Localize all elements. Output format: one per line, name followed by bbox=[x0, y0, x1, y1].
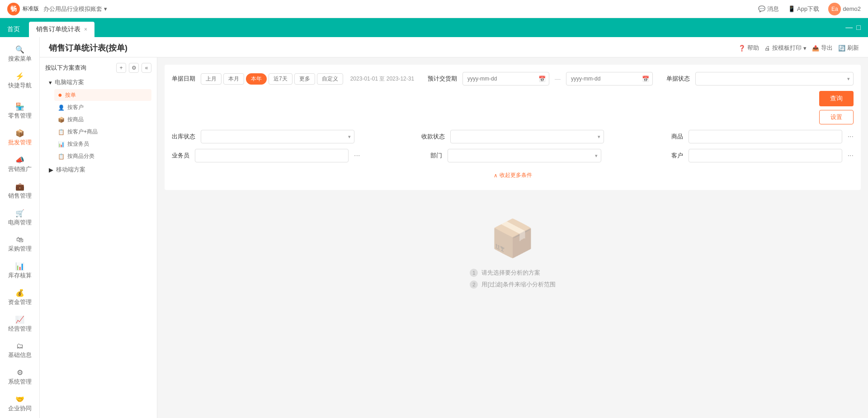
help-label: 帮助 bbox=[747, 44, 759, 52]
page-header: 销售订单统计表(按单) ❓ 帮助 🖨 按模板打印 ▾ 📤 导出 bbox=[40, 37, 868, 57]
date-btn-last-7[interactable]: 近7天 bbox=[269, 73, 292, 85]
empty-state: 📦 1 请先选择要分析的方案 2 用[过滤]条件来缩小分析范围 bbox=[165, 190, 861, 316]
dept-select[interactable] bbox=[448, 149, 601, 162]
sidebar-item-retail[interactable]: 🏪 零售管理 bbox=[0, 98, 39, 124]
query-button[interactable]: 查询 bbox=[819, 91, 854, 106]
app-download-btn[interactable]: 📱 App下载 bbox=[788, 5, 819, 13]
sidebar-item-ecom[interactable]: 🛒 电商管理 bbox=[0, 204, 39, 231]
by-goods-label: 按商品 bbox=[67, 116, 84, 124]
refresh-btn[interactable]: 🔄 刷新 bbox=[838, 44, 859, 52]
receipt-status-select[interactable] bbox=[450, 130, 604, 143]
ecom-icon: 🛒 bbox=[15, 209, 24, 218]
sales-dots[interactable]: ··· bbox=[354, 152, 360, 160]
date-to-wrap: 📅 bbox=[566, 72, 653, 86]
logo-area: 畅 标准版 bbox=[7, 3, 39, 15]
left-panel-collapse-btn[interactable]: « bbox=[142, 63, 151, 73]
sidebar-item-sys[interactable]: ⚙ 系统管理 bbox=[0, 364, 39, 390]
purchase-icon: 🛍 bbox=[16, 236, 24, 244]
left-panel-title: 按以下方案查询 bbox=[45, 64, 86, 72]
tree-item-by-salesman[interactable]: 📊 按业务员 bbox=[54, 138, 151, 150]
tip-text-1: 请先选择要分析的方案 bbox=[481, 269, 540, 277]
by-salesman-icon: 📊 bbox=[58, 141, 65, 147]
tab-label: 销售订单统计表 bbox=[36, 25, 80, 33]
customer-input[interactable] bbox=[689, 149, 842, 162]
message-icon: 💬 bbox=[758, 5, 765, 12]
right-panel: 单据日期 上月 本月 本年 近7天 更多 自定义 2023-01-01 至 20… bbox=[157, 57, 868, 418]
date-btn-more[interactable]: 更多 bbox=[294, 73, 315, 85]
tree-item-by-customer[interactable]: 👤 按客户 bbox=[54, 102, 151, 113]
company-selector[interactable]: 办公用品行业模拟账套 ▾ bbox=[43, 5, 107, 13]
inner-layout: 按以下方案查询 + ⚙ « ▾ 电脑端方案 ● 按单 bbox=[40, 57, 868, 418]
goods-input[interactable] bbox=[689, 130, 842, 143]
sales-input[interactable] bbox=[195, 149, 349, 162]
sidebar-item-basic[interactable]: 🗂 基础信息 bbox=[0, 337, 39, 364]
avatar: Ea bbox=[828, 3, 841, 15]
customer-dots[interactable]: ··· bbox=[848, 152, 854, 160]
top-bar: 畅 标准版 办公用品行业模拟账套 ▾ 💬 消息 📱 App下载 Ea demo2 bbox=[0, 0, 868, 18]
status-select[interactable] bbox=[695, 72, 854, 86]
tab-sales-order[interactable]: 销售订单统计表 × bbox=[29, 22, 94, 37]
tip-num-2: 2 bbox=[470, 280, 478, 289]
sidebar-label-search: 搜索菜单 bbox=[8, 55, 32, 63]
sidebar-label-marketing: 营销推广 bbox=[8, 165, 32, 173]
sidebar-item-wholesale[interactable]: 📦 批发管理 bbox=[0, 124, 39, 151]
date-from-input[interactable] bbox=[462, 72, 549, 86]
tab-close-icon[interactable]: × bbox=[84, 26, 87, 33]
left-panel-add-btn[interactable]: + bbox=[116, 63, 126, 73]
tip-num-1: 1 bbox=[470, 269, 478, 277]
sidebar-label-wholesale: 批发管理 bbox=[8, 138, 32, 147]
biz-icon: 📈 bbox=[15, 315, 24, 324]
sidebar-item-sales[interactable]: 💼 销售管理 bbox=[0, 178, 39, 204]
tab-bar-right: — □ bbox=[845, 24, 861, 32]
user-name: demo2 bbox=[843, 5, 861, 12]
by-cg-icon: 📋 bbox=[58, 129, 65, 135]
sidebar-item-inventory[interactable]: 📊 库存核算 bbox=[0, 257, 39, 284]
tree-item-by-order[interactable]: ● 按单 bbox=[54, 89, 151, 101]
tab-bar: 首页 销售订单统计表 × — □ bbox=[0, 18, 868, 37]
date-btn-this-month[interactable]: 本月 bbox=[223, 73, 244, 85]
window-minimize-icon[interactable]: — bbox=[845, 24, 853, 32]
tree-sub-desktop: ● 按单 👤 按客户 📦 按商品 📋 按客户+商品 bbox=[45, 89, 151, 162]
empty-tips: 1 请先选择要分析的方案 2 用[过滤]条件来缩小分析范围 bbox=[470, 269, 555, 289]
tab-home[interactable]: 首页 bbox=[0, 22, 27, 37]
window-maximize-icon[interactable]: □ bbox=[856, 24, 861, 32]
sidebar-item-marketing[interactable]: 📣 营销推广 bbox=[0, 151, 39, 178]
tree-item-by-goods[interactable]: 📦 按商品 bbox=[54, 114, 151, 125]
tree-item-by-category[interactable]: 📋 按商品分类 bbox=[54, 151, 151, 162]
left-panel-settings-btn[interactable]: ⚙ bbox=[129, 63, 139, 73]
sidebar-item-enterprise[interactable]: 🤝 企业协同 bbox=[0, 390, 39, 417]
sidebar-item-biz[interactable]: 📈 经营管理 bbox=[0, 311, 39, 337]
left-panel: 按以下方案查询 + ⚙ « ▾ 电脑端方案 ● 按单 bbox=[40, 57, 157, 418]
date-btn-last-month[interactable]: 上月 bbox=[201, 73, 222, 85]
message-btn[interactable]: 💬 消息 bbox=[758, 5, 779, 13]
settings-button[interactable]: 设置 bbox=[819, 110, 854, 124]
date-to-input[interactable] bbox=[566, 72, 653, 86]
sales-label: 业务员 bbox=[172, 152, 189, 160]
dept-label: 部门 bbox=[430, 152, 442, 160]
collapse-more-btn[interactable]: ∧ 收起更多条件 bbox=[172, 168, 854, 183]
sidebar: 🔍 搜索菜单 ⚡ 快捷导航 🏪 零售管理 📦 批发管理 📣 营销推广 💼 销售管… bbox=[0, 37, 40, 418]
tree-item-by-customer-goods[interactable]: 📋 按客户+商品 bbox=[54, 126, 151, 138]
left-panel-actions: + ⚙ « bbox=[116, 63, 151, 73]
help-btn[interactable]: ❓ 帮助 bbox=[738, 44, 759, 52]
expected-date-label: 预计交货期 bbox=[428, 75, 457, 83]
date-btn-custom[interactable]: 自定义 bbox=[317, 73, 343, 85]
user-profile[interactable]: Ea demo2 bbox=[828, 3, 861, 15]
out-status-select[interactable] bbox=[201, 130, 354, 143]
by-goods-icon: 📦 bbox=[58, 117, 65, 123]
marketing-icon: 📣 bbox=[15, 156, 24, 164]
by-category-icon: 📋 bbox=[58, 153, 65, 160]
goods-dots[interactable]: ··· bbox=[848, 133, 854, 141]
sidebar-item-finance[interactable]: 💰 资金管理 bbox=[0, 284, 39, 311]
sys-icon: ⚙ bbox=[17, 368, 23, 377]
export-btn[interactable]: 📤 导出 bbox=[812, 44, 833, 52]
sidebar-item-search-menu[interactable]: 🔍 搜索菜单 bbox=[0, 41, 39, 67]
date-btn-this-year[interactable]: 本年 bbox=[246, 73, 267, 85]
sidebar-item-purchase[interactable]: 🛍 采购管理 bbox=[0, 231, 39, 257]
tree-section-mobile[interactable]: ▶ 移动端方案 bbox=[45, 164, 151, 176]
print-btn[interactable]: 🖨 按模板打印 ▾ bbox=[764, 44, 807, 52]
sidebar-label-retail: 零售管理 bbox=[8, 112, 32, 120]
sidebar-item-quick-nav[interactable]: ⚡ 快捷导航 bbox=[0, 67, 39, 94]
sales-icon: 💼 bbox=[15, 182, 24, 191]
app-icon: 📱 bbox=[788, 5, 795, 12]
